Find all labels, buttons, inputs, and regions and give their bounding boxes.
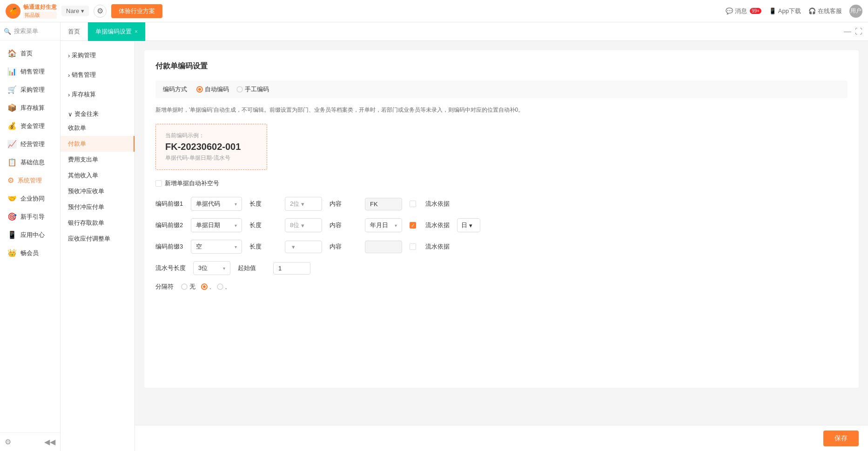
prefix3-label: 编码前缀3 [155, 242, 183, 251]
sec-group-funds-label: 资金往来 [74, 110, 99, 118]
collapse-icon[interactable]: ◀◀ [44, 438, 55, 446]
prefix2-day-select[interactable]: 日 ▾ [457, 218, 480, 232]
prefix1-row: 编码前缀1 单据代码 ▾ 长度 2位 ▾ 内容 [155, 197, 848, 211]
sec-item-bank-deposit[interactable]: 银行存取款单 [61, 215, 135, 231]
prefix1-select[interactable]: 单据代码 ▾ [191, 197, 242, 211]
company-selector[interactable]: Nare ▾ [61, 6, 89, 16]
tab-maximize-icon[interactable]: ⛶ [855, 27, 862, 36]
sidebar-item-enterprise[interactable]: 🤝 企业协同 [0, 189, 60, 208]
prefix2-select[interactable]: 单据日期 ▾ [191, 218, 242, 232]
sidebar-item-purchase[interactable]: 🛒 采购管理 [0, 81, 60, 99]
prefix3-row: 编码前缀3 空 ▾ 长度 ▾ 内容 [155, 240, 848, 254]
serial-length-label: 流水号长度 [155, 264, 186, 272]
sep-other-option[interactable]: . [217, 283, 227, 290]
avatar[interactable]: 用户 [849, 5, 862, 18]
prefix3-length-label: 长度 [249, 242, 277, 251]
preview-box: 当前编码示例： FK-20230602-001 单据代码-单据日期-流水号 [155, 124, 267, 170]
sidebar-item-app-center[interactable]: 📱 应用中心 [0, 226, 60, 244]
prefix2-day-value: 日 [461, 221, 467, 229]
auto-encode-radio[interactable]: 自动编码 [196, 85, 229, 94]
auto-encode-radio-dot [196, 86, 203, 93]
sec-item-prepay-pay[interactable]: 预付冲应付单 [61, 199, 135, 215]
sec-item-expense-label: 费用支出单 [68, 155, 98, 164]
sep-dot-option[interactable]: . [201, 283, 211, 290]
sidebar-item-operations[interactable]: 📈 经营管理 [0, 135, 60, 153]
sec-item-other-income[interactable]: 其他收入单 [61, 168, 135, 183]
prefix3-length-select[interactable]: ▾ [285, 241, 322, 253]
prefix1-content-input[interactable] [365, 198, 402, 210]
prefix2-length-select[interactable]: 8位 ▾ [285, 218, 322, 232]
prefix3-select[interactable]: 空 ▾ [191, 240, 242, 254]
sec-item-adjust[interactable]: 应收应付调整单 [61, 231, 135, 247]
sec-item-expense[interactable]: 费用支出单 [61, 152, 135, 168]
auto-fill-checkbox[interactable] [155, 180, 162, 187]
prefix2-content-label: 内容 [330, 221, 357, 229]
sidebar-footer: ⚙ ◀◀ [0, 432, 60, 451]
sec-item-receipt[interactable]: 收款单 [61, 120, 135, 136]
sidebar-item-member[interactable]: 👑 畅会员 [0, 244, 60, 262]
sales-icon: 📊 [7, 67, 17, 76]
preview-label: 当前编码示例： [165, 132, 257, 140]
sidebar-item-basic-info[interactable]: 📋 基础信息 [0, 153, 60, 171]
secondary-sidebar: › 采购管理 › 销售管理 › 库存核算 [61, 41, 135, 451]
sec-group-funds-title[interactable]: ∨ 资金往来 [61, 106, 135, 120]
tab-bar: 首页 单据编码设置 × — ⛶ [61, 22, 868, 41]
tip-text: 新增单据时，'单据编码'自动生成，不可编辑。前缀设置为部门、业务员等档案类，开单… [155, 106, 848, 114]
save-button[interactable]: 保存 [823, 431, 859, 446]
prefix3-content-input[interactable] [365, 241, 402, 253]
home-icon: 🏠 [7, 49, 17, 58]
sec-group-funds: ∨ 资金往来 收款单 付款单 费用支出单 其他收入单 [61, 103, 135, 249]
sec-group-purchase-title[interactable]: › 采购管理 [61, 47, 135, 61]
manual-encode-radio[interactable]: 手工编码 [236, 85, 269, 94]
sec-item-prepay-receive[interactable]: 预收冲应收单 [61, 183, 135, 199]
sidebar-item-system[interactable]: ⚙ 系统管理 [0, 171, 60, 189]
sep-none-option[interactable]: 无 [181, 283, 195, 291]
page-title: 付款单编码设置 [155, 61, 848, 71]
sidebar-item-guide[interactable]: 🎯 新手引导 [0, 208, 60, 226]
prefix2-content-select[interactable]: 年月日 ▾ [365, 218, 402, 232]
encode-method-row: 编码方式 自动编码 手工编码 [155, 81, 848, 98]
logo-area: 🍊 畅通道好生意 拓品版 [6, 3, 57, 19]
settings-footer-icon[interactable]: ⚙ [5, 438, 11, 446]
encode-method-label: 编码方式 [163, 85, 187, 94]
prefix3-value: 空 [196, 242, 202, 251]
tab-close-icon[interactable]: × [135, 28, 138, 35]
prefix2-length-value: 8位 [290, 221, 299, 229]
prefix1-content-label: 内容 [330, 200, 357, 208]
serial-length-select[interactable]: 3位 ▾ [193, 261, 230, 275]
sidebar-item-inventory[interactable]: 📦 库存核算 [0, 99, 60, 117]
sidebar-item-home[interactable]: 🏠 首页 [0, 44, 60, 62]
settings-button[interactable]: ⚙ [94, 5, 107, 18]
message-btn[interactable]: 💬 消息 99+ [726, 7, 761, 15]
sec-item-bank-deposit-label: 银行存取款单 [68, 219, 104, 227]
logo-text-line2: 拓品版 [23, 12, 57, 19]
prefix1-label: 编码前缀1 [155, 200, 183, 208]
header-left: 🍊 畅通道好生意 拓品版 Nare ▾ ⚙ 体验行业方案 [6, 3, 162, 19]
chevron-down-icon: ▾ [81, 7, 84, 14]
prefix3-arrow-icon: ▾ [235, 244, 237, 249]
search-menu-btn[interactable]: 🔍 搜索菜单 [0, 22, 60, 40]
prefix1-length-select[interactable]: 2位 ▾ [285, 197, 322, 211]
arrow-right-icon3: › [68, 91, 70, 98]
sec-item-payment[interactable]: 付款单 [61, 136, 135, 152]
tab-encode-setting[interactable]: 单据编码设置 × [88, 22, 146, 41]
sidebar-item-sales[interactable]: 📊 销售管理 [0, 62, 60, 81]
prefix2-length-label: 长度 [249, 221, 277, 229]
start-value-input[interactable] [273, 262, 310, 275]
prefix2-length-arrow-icon: ▾ [301, 222, 304, 229]
sec-group-inventory-title[interactable]: › 库存核算 [61, 87, 135, 101]
encode-method-radio-group: 自动编码 手工编码 [196, 85, 269, 94]
sec-group-sales-title[interactable]: › 销售管理 [61, 67, 135, 81]
sidebar-item-funds[interactable]: 💰 资金管理 [0, 117, 60, 135]
trial-button[interactable]: 体验行业方案 [111, 4, 162, 18]
online-service-btn[interactable]: 🎧 在线客服 [808, 7, 842, 15]
prefix3-waterfall-checkbox[interactable] [410, 243, 416, 250]
prefix2-day-arrow-icon: ▾ [469, 222, 472, 229]
app-download-btn[interactable]: 📱 App下载 [769, 7, 801, 15]
tab-home[interactable]: 首页 [61, 22, 88, 41]
gear-icon: ⚙ [97, 7, 103, 15]
prefix2-waterfall-checkbox[interactable]: ✓ [410, 222, 416, 229]
prefix1-waterfall-checkbox[interactable] [410, 201, 416, 207]
prefix2-waterfall-label: 流水依据 [425, 221, 450, 229]
tab-minimize-icon[interactable]: — [844, 27, 851, 36]
